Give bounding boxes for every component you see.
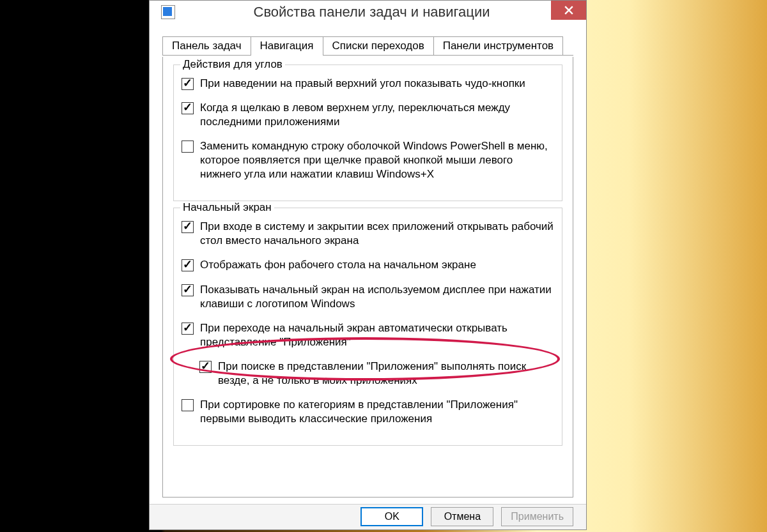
checkbox-row-search-everywhere[interactable]: При поиске в представлении "Приложения" … <box>199 360 554 388</box>
label-search-everywhere: При поиске в представлении "Приложения" … <box>218 360 554 388</box>
label-start-on-display: Показывать начальный экран на используем… <box>200 283 554 311</box>
tab-panel-navigation: Действия для углов При наведении на прав… <box>162 57 573 498</box>
checkbox-show-charms[interactable] <box>182 78 194 90</box>
tab-taskbar[interactable]: Панель задач <box>162 36 251 55</box>
tab-row: Панель задач Навигация Списки переходов … <box>162 36 573 56</box>
tab-navigation[interactable]: Навигация <box>251 36 323 56</box>
checkbox-desktop-bg-on-start[interactable] <box>182 259 194 271</box>
checkbox-row-apps-view[interactable]: При переходе на начальный экран автомати… <box>182 321 554 349</box>
taskbar-navigation-properties-dialog: Свойства панели задач и навигации Панель… <box>149 0 587 530</box>
tab-jumplists[interactable]: Списки переходов <box>323 36 434 55</box>
checkbox-row-desktop-apps-first[interactable]: При сортировке по категориям в представл… <box>182 398 554 426</box>
checkbox-powershell[interactable] <box>182 141 194 153</box>
group-title-corners: Действия для углов <box>180 58 285 71</box>
dialog-body: Панель задач Навигация Списки переходов … <box>150 24 586 504</box>
label-desktop-apps-first: При сортировке по категориям в представл… <box>200 398 554 426</box>
checkbox-apps-view[interactable] <box>182 323 194 335</box>
label-powershell: Заменить командную строку оболочкой Wind… <box>200 139 554 181</box>
checkbox-row-switch-apps[interactable]: Когда я щелкаю в левом верхнем углу, пер… <box>182 101 554 129</box>
apply-button[interactable]: Применить <box>501 507 573 526</box>
checkbox-start-on-display[interactable] <box>182 284 194 296</box>
dialog-footer: OK Отмена Применить <box>150 504 586 529</box>
label-desktop-on-signin: При входе в систему и закрытии всех прил… <box>200 220 554 248</box>
app-icon <box>161 5 175 19</box>
checkbox-row-start-on-display[interactable]: Показывать начальный экран на используем… <box>182 283 554 311</box>
label-show-charms: При наведении на правый верхний угол пок… <box>200 77 554 91</box>
group-title-start: Начальный экран <box>180 201 274 214</box>
label-apps-view: При переходе на начальный экран автомати… <box>200 321 554 349</box>
ok-button[interactable]: OK <box>360 507 423 526</box>
checkbox-switch-apps[interactable] <box>182 102 194 114</box>
close-button[interactable] <box>551 1 586 20</box>
tab-toolbars[interactable]: Панели инструментов <box>433 36 563 55</box>
dialog-title: Свойства панели задач и навигации <box>183 4 586 20</box>
checkbox-row-desktop-bg-on-start[interactable]: Отображать фон рабочего стола на начальн… <box>182 258 554 272</box>
close-icon <box>564 6 573 15</box>
checkbox-row-desktop-on-signin[interactable]: При входе в систему и закрытии всех прил… <box>182 220 554 248</box>
label-switch-apps: Когда я щелкаю в левом верхнем углу, пер… <box>200 101 554 129</box>
group-start-screen: Начальный экран При входе в систему и за… <box>173 208 562 446</box>
group-corner-actions: Действия для углов При наведении на прав… <box>173 65 562 202</box>
checkbox-row-powershell[interactable]: Заменить командную строку оболочкой Wind… <box>182 139 554 181</box>
checkbox-row-show-charms[interactable]: При наведении на правый верхний угол пок… <box>182 77 554 91</box>
cancel-button[interactable]: Отмена <box>431 507 493 526</box>
titlebar: Свойства панели задач и навигации <box>150 1 586 24</box>
checkbox-desktop-apps-first[interactable] <box>182 399 194 411</box>
checkbox-desktop-on-signin[interactable] <box>182 221 194 233</box>
checkbox-search-everywhere[interactable] <box>199 361 212 373</box>
label-desktop-bg-on-start: Отображать фон рабочего стола на начальн… <box>200 258 554 272</box>
